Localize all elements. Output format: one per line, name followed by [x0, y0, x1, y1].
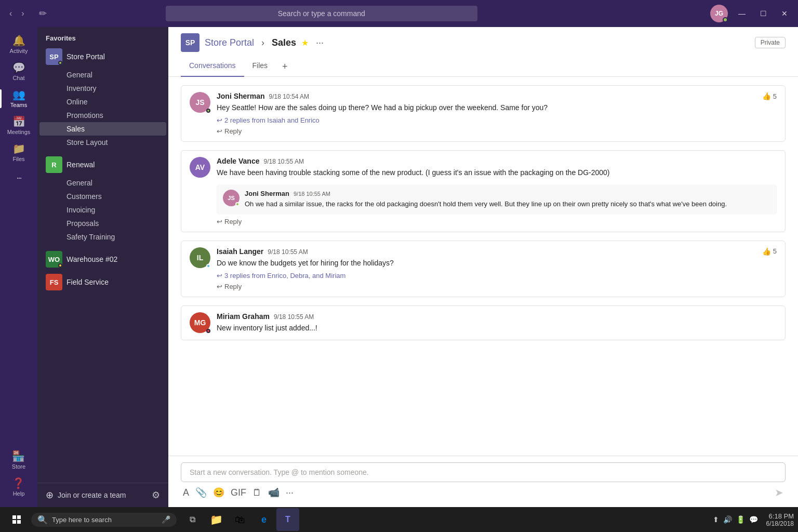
channel-renewal-general[interactable]: General	[39, 176, 166, 190]
more-dots-icon: ···	[16, 172, 21, 183]
replies-link[interactable]: ↩ 2 replies from Isaiah and Enrico	[217, 116, 777, 124]
clock-time: 6:18 PM	[766, 512, 794, 520]
notification-icon[interactable]: 💬	[749, 515, 758, 524]
channel-store-layout[interactable]: Store Layout ···	[39, 136, 166, 149]
chat-icon: 💬	[12, 62, 25, 73]
meetings-label: Meetings	[7, 129, 31, 135]
channel-proposals[interactable]: Proposals	[39, 217, 166, 230]
team-field-service[interactable]: FS Field Service ···	[39, 271, 166, 294]
message-text: We have been having trouble stacking som…	[217, 167, 777, 178]
sidebar-item-teams[interactable]: 👥 Teams	[0, 85, 37, 112]
team-warehouse[interactable]: WO Warehouse #02 ···	[39, 248, 166, 271]
volume-icon[interactable]: 🔊	[723, 515, 732, 524]
send-button[interactable]: ➤	[775, 486, 783, 499]
format-icon[interactable]: A	[183, 487, 189, 498]
taskbar-file-explorer[interactable]: 📁	[205, 508, 228, 531]
message-content: Miriam Graham 9/18 10:55 AM New inventor…	[217, 312, 777, 334]
team-field-service-name: Field Service	[66, 278, 149, 286]
message-author: Adele Vance	[217, 157, 260, 165]
store-icon: 🏪	[12, 451, 25, 461]
reply-icon: ↩	[217, 283, 222, 290]
store-app-icon: 🛍	[235, 514, 245, 526]
user-avatar[interactable]: JG	[710, 5, 728, 22]
team-renewal[interactable]: R Renewal ···	[39, 153, 166, 176]
start-button[interactable]	[4, 507, 29, 532]
message-content: Joni Sherman 9/18 10:54 AM 👍 5 Hey Seatt…	[217, 92, 777, 135]
team-renewal-name: Renewal	[66, 161, 149, 169]
message-avatar: IL	[190, 247, 210, 268]
reply-button[interactable]: ↩ Reply	[217, 127, 777, 135]
battery-icon[interactable]: 🔋	[736, 515, 745, 524]
more-compose-icon[interactable]: ···	[286, 487, 294, 498]
channel-sales[interactable]: Sales ···	[39, 122, 166, 136]
left-rail: 🔔 Activity 💬 Chat 👥 Teams 📅 Meetings 📁 F…	[0, 27, 37, 507]
tab-conversations[interactable]: Conversations	[181, 57, 244, 77]
team-warehouse-avatar-text: WO	[48, 256, 60, 263]
replies-text: 3 replies from Enrico, Debra, and Miriam	[224, 272, 345, 280]
minimize-button[interactable]: —	[734, 7, 750, 20]
nested-avatar: JS	[223, 190, 240, 206]
channel-promotions-name: Promotions	[66, 111, 103, 119]
team-renewal-avatar-text: R	[51, 161, 56, 169]
compose-box[interactable]: Start a new conversation. Type @ to ment…	[181, 462, 786, 482]
sidebar-item-chat[interactable]: 💬 Chat	[0, 58, 37, 85]
like-icon[interactable]: 👍	[762, 247, 771, 256]
network-icon[interactable]: ⬆	[713, 515, 719, 524]
channel-customers[interactable]: Customers	[39, 190, 166, 203]
forward-button[interactable]: ›	[18, 7, 27, 20]
breadcrumb-team[interactable]: Store Portal	[205, 37, 254, 48]
files-label: Files	[12, 156, 24, 162]
settings-button[interactable]: ⚙	[152, 489, 160, 501]
channel-safety-training-name: Safety Training	[66, 233, 115, 241]
taskbar-search[interactable]: 🔍 Type here to search 🎤	[31, 513, 177, 527]
close-button[interactable]: ✕	[777, 7, 792, 20]
content-tabs: Conversations Files +	[181, 57, 786, 76]
sidebar-item-files[interactable]: 📁 Files	[0, 139, 37, 166]
channel-promotions[interactable]: Promotions	[39, 109, 166, 122]
search-input[interactable]	[166, 6, 477, 21]
emoji-icon[interactable]: 😊	[213, 487, 224, 498]
favorite-star-icon[interactable]: ★	[301, 38, 309, 48]
channel-online[interactable]: Online	[39, 95, 166, 109]
channel-inventory[interactable]: Inventory	[39, 82, 166, 95]
taskbar-task-view[interactable]: ⧉	[181, 508, 204, 531]
taskbar-teams[interactable]: T	[276, 508, 299, 531]
nested-time: 9/18 10:55 AM	[294, 191, 330, 197]
taskbar-edge[interactable]: e	[252, 508, 275, 531]
compose-icon[interactable]: ✏	[39, 8, 47, 19]
sidebar-item-meetings[interactable]: 📅 Meetings	[0, 112, 37, 139]
taskbar-store[interactable]: 🛍	[229, 508, 251, 531]
channel-general[interactable]: General	[39, 68, 166, 82]
join-team-icon: ⊕	[46, 489, 54, 501]
like-icon[interactable]: 👍	[762, 92, 771, 100]
channel-more-button[interactable]: ···	[316, 37, 324, 48]
channel-invoicing[interactable]: Invoicing	[39, 203, 166, 217]
sticker-icon[interactable]: 🗒	[252, 487, 262, 498]
activity-icon: 🔔	[12, 35, 25, 46]
taskbar-microphone-icon[interactable]: 🎤	[162, 515, 170, 524]
attach-icon[interactable]: 📎	[195, 487, 207, 498]
gif-icon[interactable]: GIF	[231, 487, 246, 498]
sidebar-item-help[interactable]: ❓ Help	[10, 474, 28, 501]
join-team-button[interactable]: ⊕ Join or create a team	[46, 489, 126, 501]
add-tab-button[interactable]: +	[276, 57, 294, 76]
message-text: Hey Seattle! How are the sales doing up …	[217, 102, 777, 113]
team-store-portal[interactable]: SP Store Portal ···	[39, 45, 166, 68]
reply-button[interactable]: ↩ Reply	[217, 218, 777, 225]
sidebar-item-activity[interactable]: 🔔 Activity	[0, 31, 37, 58]
sidebar-item-more[interactable]: ···	[0, 168, 37, 188]
replies-link[interactable]: ↩ 3 replies from Enrico, Debra, and Miri…	[217, 272, 777, 280]
message-time: 9/18 10:55 AM	[268, 248, 308, 256]
taskbar-clock[interactable]: 6:18 PM 6/18/2018	[766, 512, 794, 527]
reply-button[interactable]: ↩ Reply	[217, 283, 777, 290]
tab-files[interactable]: Files	[244, 57, 276, 77]
video-icon[interactable]: 📹	[268, 487, 280, 498]
favorites-header: Favorites	[37, 27, 168, 45]
maximize-button[interactable]: ☐	[756, 7, 771, 20]
teams-icon: 👥	[12, 89, 25, 100]
message-status-dot	[206, 109, 210, 113]
back-button[interactable]: ‹	[6, 7, 15, 20]
channel-safety-training[interactable]: Safety Training ···	[39, 230, 166, 244]
team-renewal-avatar: R	[46, 156, 62, 173]
sidebar-item-store[interactable]: 🏪 Store	[10, 447, 28, 474]
